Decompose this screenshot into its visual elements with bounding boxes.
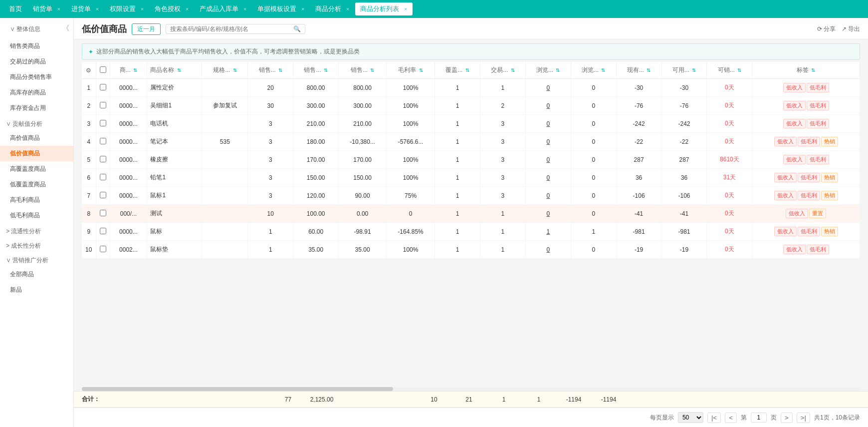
row-col7[interactable]: 0 bbox=[525, 79, 571, 97]
row-col7[interactable]: 0 bbox=[525, 133, 571, 151]
sidebar-group-overall[interactable]: ∨ 整体信息 bbox=[4, 21, 46, 35]
row-select-checkbox[interactable] bbox=[100, 84, 106, 90]
th-name[interactable]: 商品名称 ⇅ bbox=[147, 62, 202, 79]
row-col7-link[interactable]: 0 bbox=[546, 156, 550, 163]
last-page-button[interactable]: >| bbox=[797, 413, 810, 423]
row-col7-link[interactable]: 0 bbox=[546, 102, 550, 109]
nav-products-close[interactable]: × bbox=[243, 6, 246, 12]
sidebar-item-all-goods[interactable]: 全部商品 bbox=[0, 267, 73, 282]
row-select-checkbox[interactable] bbox=[100, 228, 106, 234]
row-col7-link[interactable]: 1 bbox=[546, 228, 550, 235]
nav-roles[interactable]: 角色授权 × bbox=[150, 2, 194, 15]
nav-analysis[interactable]: 商品分析 × bbox=[310, 2, 354, 15]
nav-analysis-list[interactable]: 商品分析列表 × bbox=[355, 2, 412, 15]
row-checkbox[interactable] bbox=[96, 205, 110, 223]
row-select-checkbox[interactable] bbox=[100, 120, 106, 126]
sidebar-item-category-rate[interactable]: 商品分类销售率 bbox=[0, 69, 73, 85]
prev-page-button[interactable]: < bbox=[725, 413, 737, 423]
th-current-stock[interactable]: 现有... ⇅ bbox=[616, 62, 661, 79]
th-sales1[interactable]: 销售... ⇅ bbox=[248, 62, 293, 79]
row-col7-link[interactable]: 0 bbox=[546, 120, 550, 127]
sidebar-collapse-icon[interactable]: 《 bbox=[62, 24, 69, 33]
nav-purchase[interactable]: 进货单 × bbox=[66, 2, 104, 15]
row-select-checkbox[interactable] bbox=[100, 246, 106, 252]
sidebar-item-low-value[interactable]: 低价值商品 bbox=[0, 146, 73, 161]
select-all-checkbox[interactable] bbox=[100, 66, 106, 73]
export-button[interactable]: ↗ 导出 bbox=[842, 25, 860, 33]
first-page-button[interactable]: |< bbox=[707, 413, 721, 423]
th-available[interactable]: 可用... ⇅ bbox=[661, 62, 707, 79]
nav-analysis-close[interactable]: × bbox=[346, 6, 349, 12]
th-gear[interactable]: ⚙ bbox=[82, 62, 96, 79]
row-checkbox[interactable] bbox=[96, 187, 110, 205]
row-col7-link[interactable]: 0 bbox=[546, 138, 550, 145]
th-sales3[interactable]: 销售... ⇅ bbox=[339, 62, 387, 79]
row-checkbox[interactable] bbox=[96, 115, 110, 133]
row-select-checkbox[interactable] bbox=[100, 192, 106, 198]
row-col7[interactable]: 0 bbox=[525, 187, 571, 205]
row-select-checkbox[interactable] bbox=[100, 102, 106, 108]
sidebar-group-circulation[interactable]: > 流通性分析 bbox=[0, 223, 73, 238]
row-col7-link[interactable]: 0 bbox=[546, 84, 550, 91]
sidebar-item-high-value[interactable]: 高价值商品 bbox=[0, 130, 73, 146]
table-container[interactable]: ⚙ 商... ⇅ 商品名称 ⇅ 规格... ⇅ 销售... ⇅ 销售... ⇅ … bbox=[82, 62, 860, 386]
nav-analysis-list-close[interactable]: × bbox=[404, 6, 407, 12]
row-col7[interactable]: 0 bbox=[525, 115, 571, 133]
nav-sales[interactable]: 销货单 × bbox=[28, 2, 65, 15]
nav-permissions-close[interactable]: × bbox=[141, 6, 144, 12]
th-saleable[interactable]: 可销... ⇅ bbox=[707, 62, 752, 79]
sidebar-item-high-profit[interactable]: 高毛利商品 bbox=[0, 192, 73, 208]
row-col7[interactable]: 0 bbox=[525, 241, 571, 259]
sidebar-group-marketing[interactable]: ∨ 营销推广分析 bbox=[0, 252, 73, 267]
search-icon[interactable]: 🔍 bbox=[293, 25, 301, 32]
th-sku[interactable]: 商... ⇅ bbox=[110, 62, 147, 79]
sidebar-item-new-goods[interactable]: 新品 bbox=[0, 282, 73, 298]
row-select-checkbox[interactable] bbox=[100, 210, 106, 216]
th-tags[interactable]: 标签 ⇅ bbox=[752, 62, 860, 79]
th-coverage[interactable]: 覆盖... ⇅ bbox=[435, 62, 480, 79]
sidebar-group-contribution[interactable]: ∨ 贡献值分析 bbox=[0, 116, 73, 130]
row-checkbox[interactable] bbox=[96, 79, 110, 97]
gear-icon[interactable]: ⚙ bbox=[86, 67, 91, 74]
page-size-select[interactable]: 50 100 200 bbox=[678, 412, 703, 423]
row-checkbox[interactable] bbox=[96, 97, 110, 115]
row-checkbox[interactable] bbox=[96, 223, 110, 241]
horizontal-scrollbar[interactable] bbox=[82, 387, 860, 391]
sidebar-item-high-coverage[interactable]: 高覆盖度商品 bbox=[0, 161, 73, 177]
row-checkbox[interactable] bbox=[96, 133, 110, 151]
nav-home[interactable]: 首页 bbox=[4, 2, 27, 15]
row-select-checkbox[interactable] bbox=[100, 174, 106, 180]
th-browse1[interactable]: 浏览... ⇅ bbox=[525, 62, 571, 79]
th-trade[interactable]: 交易... ⇅ bbox=[480, 62, 525, 79]
search-input[interactable] bbox=[170, 25, 291, 32]
row-col7-link[interactable]: 0 bbox=[546, 246, 550, 253]
th-sales2[interactable]: 销售... ⇅ bbox=[293, 62, 339, 79]
sidebar-item-low-profit[interactable]: 低毛利商品 bbox=[0, 208, 73, 223]
th-spec[interactable]: 规格... ⇅ bbox=[202, 62, 248, 79]
sidebar-item-low-coverage[interactable]: 低覆盖度商品 bbox=[0, 177, 73, 192]
th-browse2[interactable]: 浏览... ⇅ bbox=[571, 62, 616, 79]
sidebar-group-growth[interactable]: > 成长性分析 bbox=[0, 238, 73, 252]
row-col7[interactable]: 0 bbox=[525, 169, 571, 187]
sidebar-item-high-stock[interactable]: 高库存的商品 bbox=[0, 85, 73, 100]
th-gross-rate[interactable]: 毛利率 ⇅ bbox=[387, 62, 435, 79]
row-col7-link[interactable]: 0 bbox=[546, 210, 550, 217]
row-col7-link[interactable]: 0 bbox=[546, 174, 550, 181]
filter-recent-month[interactable]: 近一月 bbox=[132, 23, 161, 35]
th-checkbox[interactable] bbox=[96, 62, 110, 79]
nav-purchase-close[interactable]: × bbox=[96, 6, 99, 12]
nav-sales-close[interactable]: × bbox=[57, 6, 60, 12]
page-number-input[interactable] bbox=[751, 413, 767, 423]
row-checkbox[interactable] bbox=[96, 151, 110, 169]
row-select-checkbox[interactable] bbox=[100, 138, 106, 144]
row-col7[interactable]: 1 bbox=[525, 223, 571, 241]
nav-templates-close[interactable]: × bbox=[301, 6, 304, 12]
share-button[interactable]: ⟳ 分享 bbox=[817, 25, 836, 33]
sidebar-item-traded[interactable]: 交易过的商品 bbox=[0, 54, 73, 69]
nav-products[interactable]: 产成品入库单 × bbox=[195, 2, 251, 15]
next-page-button[interactable]: > bbox=[781, 413, 793, 423]
row-col7-link[interactable]: 0 bbox=[546, 192, 550, 199]
nav-roles-close[interactable]: × bbox=[186, 6, 189, 12]
row-col7[interactable]: 0 bbox=[525, 151, 571, 169]
nav-templates[interactable]: 单据模板设置 × bbox=[252, 2, 309, 15]
